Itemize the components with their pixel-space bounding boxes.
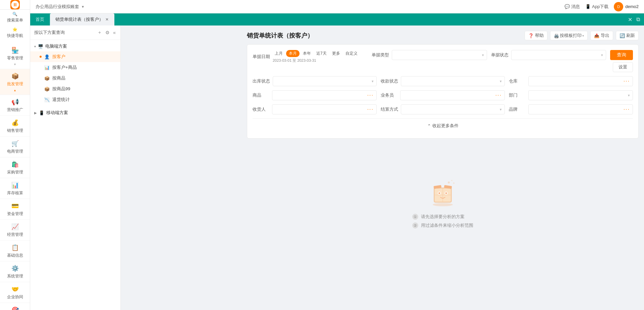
- salesperson-dots[interactable]: ···: [495, 92, 502, 98]
- query-button[interactable]: 查询: [610, 50, 633, 60]
- top-bar-left: 办公用品行业模拟账套 ▾: [36, 4, 84, 10]
- tree-group-mobile: ▶ 📱 移动端方案: [30, 106, 120, 119]
- sidebar-item-label-marketing: 营销推广: [7, 107, 23, 113]
- goods-input[interactable]: ···: [272, 90, 377, 100]
- sidebar-item-purchase[interactable]: 🛍️ 采购管理: [0, 157, 30, 178]
- date-tab-this-month[interactable]: 本月: [286, 50, 300, 57]
- filter-goods-field: 商品 ···: [253, 90, 377, 100]
- filter-row-2: 出库状态 ▾ 收款状态 ▾ 仓库: [253, 76, 633, 86]
- print-btn[interactable]: 🖨️ 按模板打印 ▾: [550, 31, 588, 40]
- message-action[interactable]: 💬 消息: [565, 4, 580, 10]
- panel-settings-btn[interactable]: ⚙: [105, 29, 110, 36]
- filter-salesperson-field: 业务员 ···: [381, 90, 505, 100]
- tree-item-by-customer-goods[interactable]: 📊 按客户+商品: [30, 62, 120, 73]
- inventory-icon: 📊: [11, 182, 19, 189]
- sidebar-item-sales[interactable]: 💰 销售管理: [0, 116, 30, 137]
- tab-restore-btn[interactable]: ⧉: [635, 15, 641, 24]
- date-range: 2023-03-01 至 2023-03-31: [273, 58, 368, 63]
- tab-sales-stats-label: 销货单统计表（按客户）: [55, 16, 103, 22]
- settlement-input[interactable]: ▾: [401, 104, 505, 114]
- app-download-action[interactable]: 📱 App下载: [585, 4, 608, 10]
- basic-icon: 📋: [11, 244, 19, 251]
- refresh-icon: 🔄: [620, 33, 625, 38]
- tree-group-mobile-header[interactable]: ▶ 📱 移动端方案: [30, 108, 120, 118]
- date-tab-last-month[interactable]: 上月: [273, 50, 285, 57]
- settings-button[interactable]: 设置: [613, 62, 633, 72]
- sidebar-item-operations[interactable]: 📈 经营管理: [0, 220, 30, 241]
- date-tab-more[interactable]: 更多: [330, 50, 342, 57]
- quick-nav-icon: ⭐: [12, 27, 17, 32]
- user-area[interactable]: D demo2: [614, 2, 639, 11]
- warehouse-input[interactable]: ···: [528, 76, 633, 86]
- brand-dots[interactable]: ···: [624, 106, 630, 112]
- sidebar-item-ecommerce[interactable]: 🛒 电商管理: [0, 137, 30, 157]
- collapse-button[interactable]: ⌃ 收起更多条件: [423, 121, 463, 130]
- tab-home[interactable]: 首页: [30, 13, 50, 25]
- tab-sales-stats[interactable]: 销货单统计表（按客户） ✕: [50, 13, 114, 25]
- tree-item-by-customer-goods-label: 按客户+商品: [52, 64, 77, 70]
- sidebar-item-retail[interactable]: 🏪 零售管理 ▾: [0, 43, 30, 69]
- sidebar-item-inventory[interactable]: 📊 库存核算: [0, 178, 30, 199]
- sidebar-item-finance[interactable]: 💳 资金管理: [0, 199, 30, 220]
- tip-num-2: ②: [412, 222, 418, 228]
- app-download-label: App下载: [592, 4, 608, 10]
- export-label: 导出: [601, 33, 609, 39]
- help-label: 帮助: [535, 33, 544, 39]
- collapse-up-icon: ⌃: [427, 123, 431, 128]
- quick-nav[interactable]: ⭐ 快捷导航: [0, 25, 30, 41]
- sidebar-item-marketing[interactable]: 📢 营销推广: [0, 95, 30, 116]
- retail-icon: 🏪: [11, 47, 19, 54]
- search-menu[interactable]: 🔍 搜索菜单: [0, 10, 30, 25]
- sales-icon: 💰: [11, 119, 19, 126]
- out-status-input[interactable]: ▾: [273, 76, 377, 86]
- salesperson-input[interactable]: ···: [400, 90, 505, 100]
- department-input[interactable]: ▾: [528, 90, 633, 100]
- receiver-label: 收货人: [253, 106, 269, 112]
- sidebar-item-label-retail: 零售管理: [7, 55, 23, 61]
- order-status-input[interactable]: ▾: [511, 50, 606, 60]
- panel-add-btn[interactable]: ＋: [97, 29, 103, 36]
- help-btn[interactable]: ❓ 帮助: [525, 31, 547, 40]
- export-btn[interactable]: 📤 导出: [590, 31, 613, 40]
- goods-dots[interactable]: ···: [367, 92, 374, 98]
- tab-close-window-btn[interactable]: ✕: [627, 15, 634, 24]
- collapse-row: ⌃ 收起更多条件: [253, 118, 633, 133]
- tab-close-icon[interactable]: ✕: [105, 17, 109, 22]
- quick-nav-label: 快捷导航: [7, 33, 23, 39]
- sidebar-item-system[interactable]: ⚙️ 系统管理: [0, 261, 30, 282]
- brand-input[interactable]: ···: [528, 104, 633, 114]
- filter-brand-field: 品牌 ···: [509, 104, 633, 114]
- collection-status-label: 收款状态: [381, 78, 398, 84]
- sidebar-item-label-ecommerce: 电商管理: [7, 149, 23, 154]
- warehouse-dots[interactable]: ···: [624, 78, 630, 84]
- tree-item-return-stats[interactable]: 📉 退货统计: [30, 94, 120, 105]
- tree-item-return-stats-icon: 📉: [44, 97, 50, 102]
- settlement-label: 结算方式: [381, 106, 398, 112]
- collection-status-input[interactable]: ▾: [401, 76, 505, 86]
- refresh-btn[interactable]: 🔄 刷新: [616, 31, 639, 40]
- help-icon: ❓: [528, 33, 534, 38]
- receiver-dots[interactable]: ···: [367, 106, 374, 112]
- tree-item-by-goods[interactable]: 📦 按商品: [30, 73, 120, 84]
- main-content: 销货单统计表（按客户） ❓ 帮助 🖨️ 按模板打印 ▾ 📤 导出 🔄 刷新: [241, 25, 644, 310]
- date-tab-7days[interactable]: 近7天: [314, 50, 329, 57]
- app-logo-icon: [10, 0, 20, 9]
- date-tab-custom[interactable]: 自定义: [343, 50, 360, 57]
- tree-group-desktop-header[interactable]: ▾ 🖥️ 电脑端方案: [30, 41, 120, 51]
- page-title-bar: 销货单统计表（按客户） ❓ 帮助 🖨️ 按模板打印 ▾ 📤 导出 🔄 刷新: [247, 31, 639, 40]
- receiver-input[interactable]: ···: [272, 104, 377, 114]
- svg-point-7: [438, 192, 440, 194]
- sidebar: 🔍 搜索菜单 ⭐ 快捷导航 🏪 零售管理 ▾ 📦 批发管理 ▴ 📢 营销推广 💰…: [0, 0, 30, 310]
- tree-item-by-customer[interactable]: 👤 按客户: [30, 51, 120, 62]
- sidebar-item-corp[interactable]: 🤝 企业协同: [0, 282, 30, 303]
- action-column: 查询 设置: [610, 50, 633, 72]
- sidebar-item-newbie[interactable]: 🎯 新手引导: [0, 303, 30, 310]
- panel-collapse-btn[interactable]: «: [112, 29, 116, 36]
- filter-row-3: 商品 ··· 业务员 ··· 部门: [253, 90, 633, 100]
- date-tab-this-year[interactable]: 本年: [301, 50, 313, 57]
- order-type-input[interactable]: ▾: [392, 50, 487, 60]
- sidebar-item-wholesale[interactable]: 📦 批发管理 ▴: [0, 69, 30, 95]
- sidebar-item-basic[interactable]: 📋 基础信息: [0, 241, 30, 261]
- workspace-dropdown-icon[interactable]: ▾: [82, 4, 84, 9]
- tree-item-by-goods-99[interactable]: 📦 按商品99: [30, 84, 120, 94]
